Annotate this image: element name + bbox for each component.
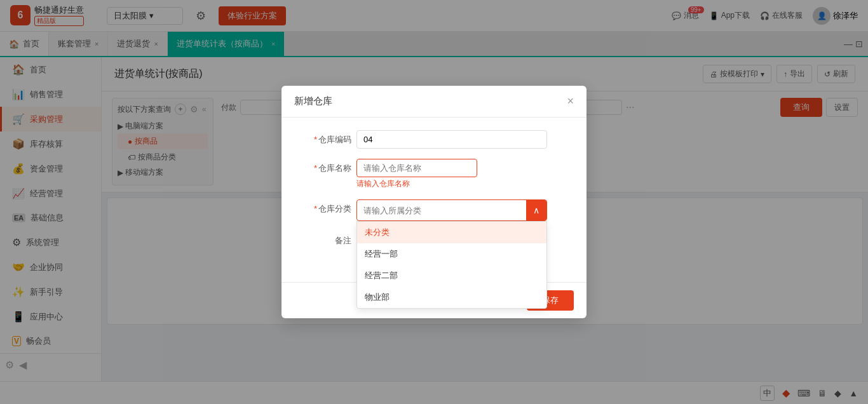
modal-body: 仓库编码 仓库名称 请输入仓库名称 仓库分类 ∧ bbox=[281, 118, 587, 282]
category-label: 仓库分类 bbox=[301, 199, 351, 215]
category-dropdown-list: 未分类 经营一部 经营二部 物业部 bbox=[356, 221, 547, 309]
code-label: 仓库编码 bbox=[301, 130, 351, 145]
name-field-wrapper: 请输入仓库名称 bbox=[356, 159, 567, 189]
category-dropdown-toggle[interactable]: ∧ bbox=[526, 200, 546, 220]
modal-close-button[interactable]: × bbox=[567, 95, 574, 108]
remark-label: 备注 bbox=[301, 231, 351, 246]
name-label: 仓库名称 bbox=[301, 159, 351, 174]
form-row-name: 仓库名称 请输入仓库名称 bbox=[301, 159, 567, 189]
category-option-dept2[interactable]: 经营二部 bbox=[357, 265, 546, 286]
category-option-dept1[interactable]: 经营一部 bbox=[357, 243, 546, 265]
modal-overlay[interactable]: 新增仓库 × 仓库编码 仓库名称 请输入仓库名称 仓库分类 bbox=[0, 0, 868, 404]
category-input[interactable] bbox=[357, 202, 526, 219]
category-option-dept3[interactable]: 物业部 bbox=[357, 286, 546, 308]
name-error-message: 请输入仓库名称 bbox=[356, 178, 567, 189]
category-dropdown: ∧ 未分类 经营一部 经营二部 物业部 bbox=[356, 199, 547, 221]
add-warehouse-modal: 新增仓库 × 仓库编码 仓库名称 请输入仓库名称 仓库分类 bbox=[281, 86, 587, 318]
form-row-code: 仓库编码 bbox=[301, 130, 567, 149]
name-input[interactable] bbox=[356, 159, 477, 177]
category-option-unclassified[interactable]: 未分类 bbox=[357, 222, 546, 243]
form-row-category: 仓库分类 ∧ 未分类 经营一部 经营二部 物业部 bbox=[301, 199, 567, 221]
code-input[interactable] bbox=[356, 130, 547, 149]
modal-title: 新增仓库 bbox=[294, 95, 332, 107]
modal-header: 新增仓库 × bbox=[281, 86, 587, 118]
category-input-row: ∧ bbox=[356, 199, 547, 221]
